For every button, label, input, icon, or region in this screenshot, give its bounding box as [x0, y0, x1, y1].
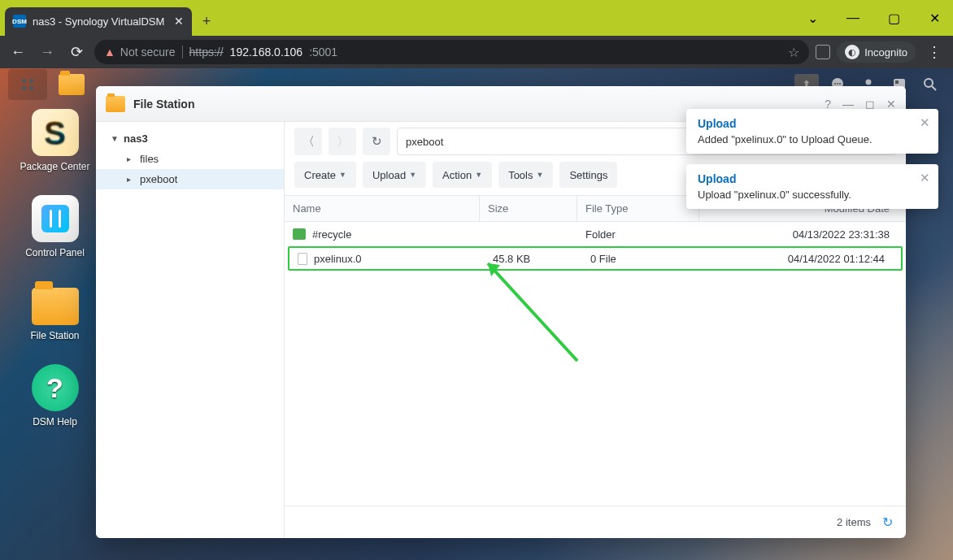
- url-divider: [182, 46, 183, 59]
- desktop-icon-file-station[interactable]: File Station: [16, 281, 94, 341]
- svg-rect-3: [29, 86, 33, 90]
- toast-message: Upload "pxelinux.0" successfully.: [698, 189, 927, 201]
- grid-icon: [20, 77, 35, 92]
- folder-tree: ▼ nas3 ▸ files ▸ pxeboot: [96, 122, 285, 538]
- svg-point-7: [839, 83, 841, 85]
- window-close-icon[interactable]: ✕: [922, 6, 946, 30]
- taskbar-file-station[interactable]: [52, 69, 91, 100]
- desktop-icon-dsm-help[interactable]: ? DSM Help: [16, 364, 94, 428]
- chevron-down-icon[interactable]: ▼: [111, 134, 120, 143]
- recycle-icon: [293, 228, 306, 240]
- nav-back-button[interactable]: 〈: [294, 128, 322, 155]
- package-center-icon: S: [32, 109, 79, 156]
- desktop-icon-label: Control Panel: [25, 247, 85, 258]
- column-header-type[interactable]: File Type: [577, 196, 699, 221]
- nav-forward-button[interactable]: 〉: [329, 128, 356, 155]
- help-icon: ?: [32, 364, 79, 411]
- tree-node-pxeboot[interactable]: ▸ pxeboot: [96, 169, 284, 189]
- column-header-name[interactable]: Name: [285, 196, 480, 221]
- url-https-strikethrough: https://: [189, 46, 224, 59]
- cell-name: #recycle: [312, 228, 351, 241]
- settings-button[interactable]: Settings: [559, 162, 617, 188]
- browser-tab[interactable]: DSM nas3 - Synology VirtualDSM ✕: [5, 7, 192, 36]
- create-button[interactable]: Create▼: [294, 162, 356, 188]
- chevron-down-icon: ▼: [475, 171, 482, 179]
- toast-notification: ✕ Upload Upload "pxelinux.0" successfull…: [686, 164, 938, 209]
- path-value: pxeboot: [406, 136, 443, 148]
- folder-icon: [59, 74, 85, 95]
- cell-name: pxelinux.0: [314, 253, 362, 265]
- url-port: :5001: [309, 46, 337, 59]
- tab-close-icon[interactable]: ✕: [174, 15, 184, 28]
- column-header-size[interactable]: Size: [480, 196, 577, 221]
- tree-node-label: pxeboot: [140, 173, 177, 185]
- desktop-icon-package-center[interactable]: S Package Center: [16, 109, 94, 172]
- window-maximize-icon[interactable]: ▢: [881, 6, 906, 30]
- svg-line-12: [932, 86, 936, 90]
- desktop-icons: S Package Center Control Panel File Stat…: [16, 109, 94, 428]
- svg-point-5: [834, 83, 836, 85]
- control-panel-icon: [32, 195, 79, 242]
- cell-size: 45.8 KB: [485, 253, 582, 265]
- bookmark-star-icon[interactable]: ☆: [788, 45, 799, 60]
- browser-tab-bar: DSM nas3 - Synology VirtualDSM ✕ +: [5, 7, 218, 36]
- tree-node-files[interactable]: ▸ files: [96, 149, 284, 169]
- action-button[interactable]: Action▼: [433, 162, 492, 188]
- file-list: Name Size File Type Modified Date #recyc…: [285, 195, 906, 506]
- toast-close-icon[interactable]: ✕: [920, 115, 930, 130]
- tools-button[interactable]: Tools▼: [498, 162, 553, 188]
- nav-reload-button[interactable]: ⟳: [65, 41, 88, 63]
- status-bar: 2 items ↻: [285, 506, 906, 538]
- desktop-icon-label: DSM Help: [33, 416, 77, 428]
- doc-icon: [298, 253, 307, 265]
- table-row[interactable]: #recycle Folder 04/13/2022 23:31:38: [285, 222, 906, 246]
- synology-desktop: ⬆ S Package Center Control Panel: [0, 68, 953, 560]
- folder-icon: [106, 96, 125, 112]
- window-dropdown-icon[interactable]: ⌄: [800, 6, 825, 30]
- main-menu-button[interactable]: [8, 69, 47, 100]
- nav-refresh-button[interactable]: ↻: [363, 128, 390, 155]
- warning-triangle-icon: ▲: [104, 46, 115, 59]
- nav-back-button[interactable]: ←: [7, 41, 29, 63]
- incognito-icon: ◐: [845, 45, 859, 59]
- svg-rect-2: [22, 86, 26, 90]
- svg-rect-1: [29, 79, 33, 83]
- file-station-icon: [32, 288, 79, 325]
- tab-title: nas3 - Synology VirtualDSM: [33, 15, 164, 28]
- window-minimize-icon[interactable]: —: [841, 6, 865, 30]
- url-bar[interactable]: ▲ Not secure https:// 192.168.0.106 :500…: [94, 40, 809, 64]
- toast-title: Upload: [698, 172, 927, 185]
- toast-close-icon[interactable]: ✕: [920, 171, 930, 185]
- tree-node-root[interactable]: ▼ nas3: [96, 128, 284, 149]
- toast-message: Added "pxelinux.0" to Upload Queue.: [698, 133, 927, 145]
- new-tab-button[interactable]: +: [195, 10, 218, 33]
- cell-type: Folder: [577, 228, 699, 241]
- not-secure-label: Not secure: [120, 46, 176, 59]
- search-icon: [922, 76, 938, 93]
- table-row[interactable]: pxelinux.0 45.8 KB 0 File 04/14/2022 01:…: [288, 246, 903, 271]
- svg-rect-0: [22, 79, 26, 83]
- toast-title: Upload: [698, 117, 927, 130]
- nav-forward-button[interactable]: →: [36, 41, 59, 63]
- security-warning[interactable]: ▲ Not secure: [104, 46, 176, 59]
- refresh-icon[interactable]: ↻: [882, 514, 893, 530]
- upload-button[interactable]: Upload▼: [363, 162, 426, 188]
- tray-search-button[interactable]: [916, 70, 945, 99]
- chevron-right-icon[interactable]: ▸: [127, 175, 137, 184]
- browser-menu-button[interactable]: ⋮: [922, 43, 946, 61]
- item-count: 2 items: [837, 516, 871, 528]
- chevron-right-icon[interactable]: ▸: [127, 154, 137, 163]
- svg-rect-10: [895, 80, 899, 84]
- window-title: File Station: [133, 98, 194, 111]
- chevron-down-icon: ▼: [409, 171, 416, 179]
- extensions-icon[interactable]: [816, 45, 830, 59]
- svg-point-6: [837, 83, 838, 85]
- svg-point-11: [925, 79, 933, 87]
- chevron-down-icon: ▼: [537, 171, 544, 179]
- incognito-label: Incognito: [864, 46, 907, 59]
- svg-point-8: [866, 80, 872, 85]
- incognito-badge[interactable]: ◐ Incognito: [837, 41, 916, 63]
- cell-type: 0 File: [582, 253, 704, 265]
- desktop-icon-control-panel[interactable]: Control Panel: [16, 195, 94, 258]
- tree-node-label: nas3: [124, 132, 148, 145]
